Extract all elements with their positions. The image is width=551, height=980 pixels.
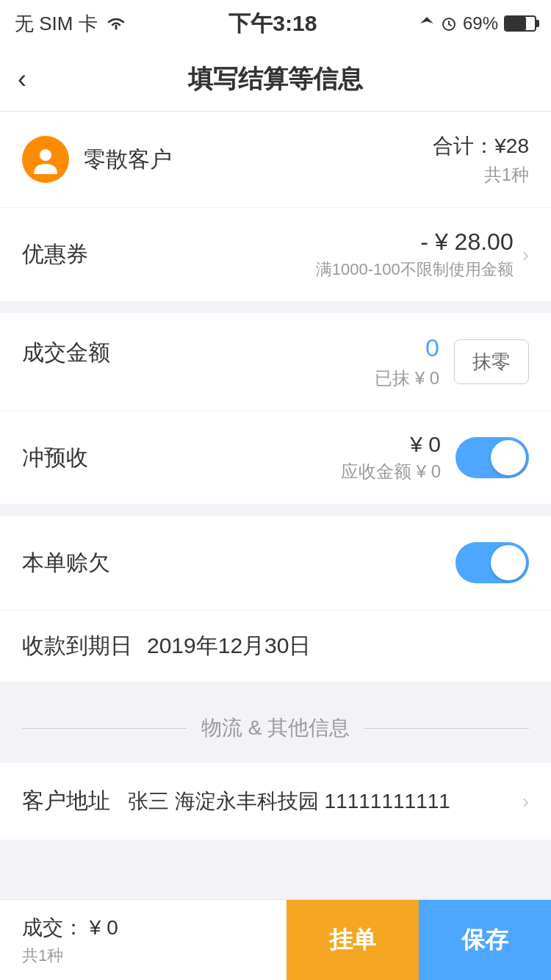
bottom-deal-label: 成交： ¥ 0: [22, 914, 264, 942]
prepay-right: ¥ 0 应收金额 ¥ 0: [341, 432, 529, 483]
address-section: 客户地址 张三 海淀永丰科技园 11111111111 ›: [0, 763, 551, 840]
deal-amount-block: 0 已抹 ¥ 0: [375, 334, 439, 390]
address-chevron-icon: ›: [522, 790, 529, 813]
customer-row: 零散客户 合计：¥28 共1种: [0, 112, 551, 207]
customer-section: 零散客户 合计：¥28 共1种 优惠券 - ¥ 28.00 满1000-100不…: [0, 112, 551, 301]
prepay-toggle[interactable]: [455, 437, 529, 478]
prepay-amount-block: ¥ 0 应收金额 ¥ 0: [341, 432, 441, 483]
coupon-right-text: - ¥ 28.00 满1000-100不限制使用金额: [316, 228, 514, 281]
deal-right: 0 已抹 ¥ 0 抹零: [375, 334, 529, 390]
logistics-line-left: [22, 728, 187, 729]
coupon-chevron-icon: ›: [522, 243, 529, 267]
due-date-label: 收款到期日: [22, 631, 132, 661]
logistics-line-right: [364, 728, 529, 729]
credit-label: 本单赊欠: [22, 548, 110, 578]
address-row[interactable]: 客户地址 张三 海淀永丰科技园 11111111111 ›: [0, 763, 551, 840]
save-button[interactable]: 保存: [419, 900, 551, 981]
logistics-text: 物流 & 其他信息: [201, 714, 350, 742]
credit-section: 本单赊欠 收款到期日 2019年12月30日: [0, 516, 551, 682]
customer-left: 零散客户: [22, 136, 172, 183]
deal-amount-label: 成交金额: [22, 334, 110, 368]
back-button[interactable]: ‹: [18, 64, 26, 95]
signal-text: 无 SIM 卡: [15, 11, 98, 37]
battery-icon: [504, 15, 536, 32]
alarm-icon: [441, 15, 457, 32]
coupon-label: 优惠券: [22, 239, 88, 270]
deal-section: 成交金额 0 已抹 ¥ 0 抹零 冲预收 ¥ 0 应收金额 ¥ 0: [0, 313, 551, 504]
logistics-section: 物流 & 其他信息: [0, 693, 551, 763]
credit-toggle[interactable]: [455, 542, 529, 583]
coupon-discount: - ¥ 28.00: [316, 228, 514, 256]
customer-avatar: [22, 136, 69, 183]
bottom-bar: 成交： ¥ 0 共1种 挂单 保存: [0, 899, 551, 980]
status-time: 下午3:18: [228, 9, 317, 39]
location-icon: [419, 15, 435, 32]
customer-count: 共1种: [433, 163, 529, 187]
deal-amount-row: 成交金额 0 已抹 ¥ 0 抹零: [0, 313, 551, 411]
page-title: 填写结算等信息: [188, 62, 363, 96]
customer-name: 零散客户: [84, 145, 172, 175]
deal-wiped-label: 已抹 ¥ 0: [375, 367, 439, 390]
customer-right: 合计：¥28 共1种: [433, 132, 529, 187]
svg-point-3: [40, 149, 51, 161]
coupon-description: 满1000-100不限制使用金额: [316, 259, 514, 281]
credit-toggle-knob: [491, 545, 526, 580]
round-zero-button[interactable]: 抹零: [454, 339, 529, 384]
credit-row: 本单赊欠: [0, 516, 551, 610]
wifi-icon: [105, 15, 127, 32]
address-label: 客户地址: [22, 786, 110, 816]
battery-percent: 69%: [463, 13, 498, 34]
customer-total: 合计：¥28: [433, 132, 529, 160]
due-date-value[interactable]: 2019年12月30日: [147, 631, 311, 661]
status-bar: 无 SIM 卡 下午3:18 69%: [0, 0, 551, 47]
toggle-knob: [491, 440, 526, 475]
prepay-label: 冲预收: [22, 443, 88, 473]
bottom-count-label: 共1种: [22, 945, 264, 967]
svg-line-2: [449, 24, 451, 26]
hold-button[interactable]: 挂单: [287, 900, 419, 981]
bottom-summary: 成交： ¥ 0 共1种: [0, 914, 287, 967]
due-date-row: 收款到期日 2019年12月30日: [0, 610, 551, 682]
coupon-row[interactable]: 优惠券 - ¥ 28.00 满1000-100不限制使用金额 ›: [0, 207, 551, 301]
deal-amount-value[interactable]: 0: [375, 334, 439, 362]
status-right: 69%: [419, 13, 536, 34]
prepay-receivable-label: 应收金额 ¥ 0: [341, 460, 441, 483]
prepay-row: 冲预收 ¥ 0 应收金额 ¥ 0: [0, 411, 551, 504]
coupon-right: - ¥ 28.00 满1000-100不限制使用金额 ›: [316, 228, 529, 281]
prepay-amount-value: ¥ 0: [341, 432, 441, 457]
status-left: 无 SIM 卡: [15, 11, 127, 37]
address-value: 张三 海淀永丰科技园 11111111111: [128, 788, 522, 815]
nav-bar: ‹ 填写结算等信息: [0, 47, 551, 112]
